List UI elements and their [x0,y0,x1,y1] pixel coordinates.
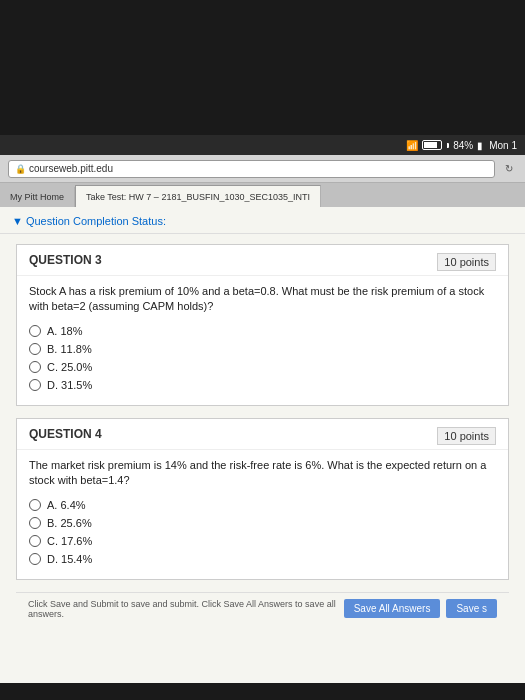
question-3-block: QUESTION 3 10 points Stock A has a risk … [16,244,509,406]
q4-radio-b[interactable] [29,517,41,529]
breadcrumb-bar[interactable]: ▼ Question Completion Status: [0,207,525,234]
question-4-body: The market risk premium is 14% and the r… [17,450,508,579]
battery-tip [447,143,449,148]
refresh-button[interactable]: ↻ [501,161,517,177]
q3-radio-a[interactable] [29,325,41,337]
q3-label-c: C. 25.0% [47,361,92,373]
q3-radio-d[interactable] [29,379,41,391]
question-3-body: Stock A has a risk premium of 10% and a … [17,276,508,405]
save-button[interactable]: Save s [446,599,497,618]
q3-label-b: B. 11.8% [47,343,92,355]
footer-bar: Click Save and Submit to save and submit… [16,592,509,625]
q4-option-a[interactable]: A. 6.4% [29,499,496,511]
footer-buttons: Save All Answers Save s [344,599,497,618]
question-3-text: Stock A has a risk premium of 10% and a … [29,284,496,315]
q4-label-a: A. 6.4% [47,499,86,511]
question-4-number: QUESTION 4 [29,427,102,441]
question-4-text: The market risk premium is 14% and the r… [29,458,496,489]
browser-tabs: My Pitt Home Take Test: HW 7 – 2181_BUSF… [0,183,525,207]
q3-option-a[interactable]: A. 18% [29,325,496,337]
q4-label-b: B. 25.6% [47,517,92,529]
q3-label-a: A. 18% [47,325,83,337]
q4-option-d[interactable]: D. 15.4% [29,553,496,565]
device-bezel: 📶 84% ▮ Mon 1 [0,0,525,155]
q4-radio-c[interactable] [29,535,41,547]
status-bar: 📶 84% ▮ Mon 1 [0,135,525,155]
tab-take-test[interactable]: Take Test: HW 7 – 2181_BUSFIN_1030_SEC10… [75,185,321,207]
question-4-points: 10 points [437,427,496,445]
save-all-answers-button[interactable]: Save All Answers [344,599,441,618]
time-display: Mon 1 [489,140,517,151]
url-text: courseweb.pitt.edu [29,163,113,174]
footer-hint: Click Save and Submit to save and submit… [28,599,344,619]
q3-option-d[interactable]: D. 31.5% [29,379,496,391]
lock-icon: 🔒 [15,164,26,174]
question-3-header: QUESTION 3 10 points [17,245,508,276]
main-content: QUESTION 3 10 points Stock A has a risk … [0,234,525,683]
q3-option-b[interactable]: B. 11.8% [29,343,496,355]
q3-label-d: D. 31.5% [47,379,92,391]
q3-option-c[interactable]: C. 25.0% [29,361,496,373]
status-icons: 📶 84% ▮ [406,140,483,151]
q4-label-c: C. 17.6% [47,535,92,547]
question-3-number: QUESTION 3 [29,253,102,267]
browser-toolbar: 🔒 courseweb.pitt.edu ↻ [0,155,525,183]
q4-option-b[interactable]: B. 25.6% [29,517,496,529]
q4-radio-a[interactable] [29,499,41,511]
q4-option-c[interactable]: C. 17.6% [29,535,496,547]
battery-full-icon: ▮ [477,140,483,151]
question-completion-status[interactable]: ▼ Question Completion Status: [12,215,166,227]
address-bar[interactable]: 🔒 courseweb.pitt.edu [8,160,495,178]
wifi-icon: 📶 [406,140,418,151]
question-4-block: QUESTION 4 10 points The market risk pre… [16,418,509,580]
battery-percent: 84% [453,140,473,151]
q4-radio-d[interactable] [29,553,41,565]
battery-icon [422,140,442,150]
q3-radio-b[interactable] [29,343,41,355]
browser-chrome: 🔒 courseweb.pitt.edu ↻ My Pitt Home Take… [0,155,525,234]
question-3-points: 10 points [437,253,496,271]
q3-radio-c[interactable] [29,361,41,373]
question-4-header: QUESTION 4 10 points [17,419,508,450]
q4-label-d: D. 15.4% [47,553,92,565]
tab-my-pitt-home[interactable]: My Pitt Home [0,187,75,207]
